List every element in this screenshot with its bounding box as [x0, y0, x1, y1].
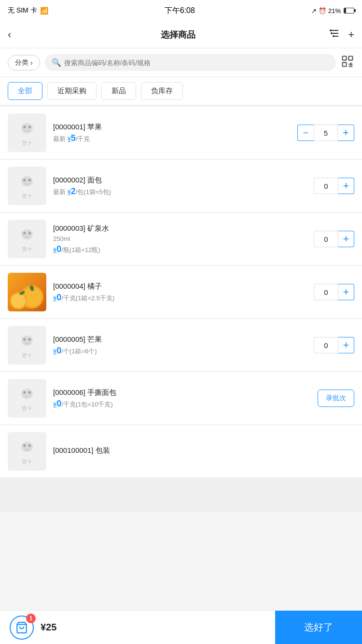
qty-input-0000002[interactable]: [314, 178, 338, 194]
owl-logo-text: 管十: [22, 140, 32, 147]
page-title: 选择商品: [161, 29, 195, 41]
search-box: 🔍: [45, 54, 336, 71]
product-price-0000006: ¥0/千克(1包=10千克): [53, 399, 313, 409]
bottom-bar: 1 ¥25 选好了: [0, 610, 362, 644]
alarm-icon: ⏰: [319, 7, 326, 14]
product-info-0000006: [0000006] 手撕面包 ¥0/千克(1包=10千克): [53, 388, 313, 409]
svg-point-17: [29, 126, 30, 127]
svg-point-37: [24, 338, 25, 340]
tab-row: 全部 近期采购 新品 负库存: [0, 77, 362, 107]
svg-point-47: [24, 445, 25, 446]
battery-text: 21%: [328, 7, 341, 14]
tab-all[interactable]: 全部: [8, 82, 42, 100]
product-price-0000003: ¥0/瓶(1箱=12瓶): [53, 244, 309, 254]
batch-button-0000006[interactable]: 录批次: [318, 390, 354, 407]
product-list: 管十 [0000001] 苹果 最新 ¥5/千克 − +: [0, 107, 362, 512]
qty-input-0000001[interactable]: [314, 125, 338, 141]
qty-plus-0000004[interactable]: +: [338, 284, 354, 300]
svg-point-39: [21, 389, 33, 399]
qty-plus-0000003[interactable]: +: [338, 231, 354, 247]
nav-bar: ‹ 选择商品 +: [0, 21, 362, 48]
svg-point-16: [24, 126, 25, 127]
product-info-partial: [000100001] 包装: [53, 446, 354, 457]
product-image-0000005: 管十: [8, 326, 46, 364]
qty-plus-0000001[interactable]: +: [338, 125, 354, 141]
svg-point-21: [24, 179, 25, 181]
svg-point-3: [330, 29, 332, 31]
product-info-0000005: [0000005] 芒果 ¥0/个(1箱=6个): [53, 335, 309, 356]
svg-point-4: [331, 32, 333, 34]
svg-point-38: [29, 338, 30, 340]
search-input[interactable]: [64, 59, 329, 67]
status-time: 下午6:08: [165, 6, 195, 16]
svg-point-32: [11, 294, 26, 308]
svg-point-26: [24, 232, 25, 234]
battery-icon: [344, 8, 354, 14]
product-name-0000001: [0000001] 苹果: [53, 122, 292, 132]
product-item-0000001: 管十 [0000001] 苹果 最新 ¥5/千克 − +: [0, 107, 362, 159]
tab-new[interactable]: 新品: [101, 82, 136, 100]
product-price-0000005: ¥0/个(1箱=6个): [53, 346, 309, 356]
qty-plus-0000005[interactable]: +: [338, 337, 354, 353]
product-info-0000003: [0000003] 矿泉水 250ml ¥0/瓶(1箱=12瓶): [53, 224, 309, 254]
product-name-0000005: [0000005] 芒果: [53, 335, 309, 344]
carrier-text: 无 SIM 卡: [8, 6, 37, 15]
product-info-0000001: [0000001] 苹果 最新 ¥5/千克: [53, 122, 292, 144]
product-price-0000002: 最新 ¥2/包(1袋=5包): [53, 186, 309, 196]
cart-button[interactable]: 1: [10, 616, 34, 640]
search-icon: 🔍: [52, 58, 61, 67]
product-image-0000003: 管十: [8, 220, 46, 258]
product-item-0000003: 管十 [0000003] 矿泉水 250ml ¥0/瓶(1箱=12瓶) +: [0, 213, 362, 265]
product-image-partial: 管十: [8, 432, 46, 471]
product-item-0000002: 管十 [0000002] 面包 最新 ¥2/包(1袋=5包) +: [0, 160, 362, 212]
svg-point-22: [29, 179, 30, 181]
svg-rect-8: [343, 62, 347, 66]
svg-point-42: [24, 392, 25, 393]
product-name-0000004: [0000004] 橘子: [53, 281, 309, 291]
quantity-control-0000005: +: [314, 337, 354, 353]
confirm-button[interactable]: 选好了: [275, 611, 362, 644]
svg-point-18: [21, 176, 33, 186]
product-name-0000006: [0000006] 手撕面包: [53, 388, 313, 397]
search-row: 分类 › 🔍: [0, 48, 362, 77]
qty-input-0000004[interactable]: [314, 284, 338, 300]
product-price-0000001: 最新 ¥5/千克: [53, 133, 292, 143]
product-name-0000002: [0000002] 面包: [53, 175, 309, 185]
quantity-control-0000002: +: [314, 178, 354, 194]
product-info-0000002: [0000002] 面包 最新 ¥2/包(1袋=5包): [53, 175, 309, 197]
svg-point-44: [21, 442, 33, 452]
scan-icon[interactable]: [341, 55, 354, 70]
cart-total: ¥25: [41, 622, 56, 633]
tab-negative[interactable]: 负库存: [141, 82, 183, 100]
qty-plus-0000002[interactable]: +: [338, 178, 354, 194]
qty-minus-0000001[interactable]: −: [297, 125, 314, 141]
product-image-0000004: [8, 273, 46, 311]
qty-input-0000005[interactable]: [314, 337, 338, 353]
product-image-0000001: 管十: [8, 113, 46, 152]
svg-point-34: [21, 336, 33, 346]
category-label: 分类: [15, 58, 28, 67]
status-right: ↗ ⏰ 21%: [311, 7, 354, 14]
product-price-0000004: ¥0/千克(1箱=2.5千克): [53, 293, 309, 303]
category-button[interactable]: 分类 ›: [8, 55, 40, 70]
add-button[interactable]: +: [348, 28, 354, 41]
status-bar: 无 SIM 卡 📶 下午6:08 ↗ ⏰ 21%: [0, 0, 362, 21]
product-item-0000005: 管十 [0000005] 芒果 ¥0/个(1箱=6个) +: [0, 319, 362, 371]
product-info-0000004: [0000004] 橘子 ¥0/千克(1箱=2.5千克): [53, 281, 309, 303]
qty-input-0000003[interactable]: [314, 231, 338, 247]
svg-rect-7: [348, 56, 352, 60]
filter-icon[interactable]: [329, 28, 340, 42]
svg-point-43: [29, 392, 30, 393]
svg-rect-6: [343, 56, 347, 60]
back-button[interactable]: ‹: [8, 28, 27, 41]
product-name-0000003: [0000003] 矿泉水: [53, 224, 309, 233]
category-chevron: ›: [30, 59, 33, 67]
status-carrier: 无 SIM 卡 📶: [8, 6, 48, 15]
location-icon: ↗: [311, 7, 317, 14]
tab-recent[interactable]: 近期采购: [47, 82, 97, 100]
product-item-partial: 管十 [000100001] 包装: [0, 425, 362, 477]
svg-point-27: [29, 232, 30, 234]
nav-actions: +: [329, 28, 354, 42]
quantity-control-0000004: +: [314, 284, 354, 300]
quantity-control-0000003: +: [314, 231, 354, 247]
